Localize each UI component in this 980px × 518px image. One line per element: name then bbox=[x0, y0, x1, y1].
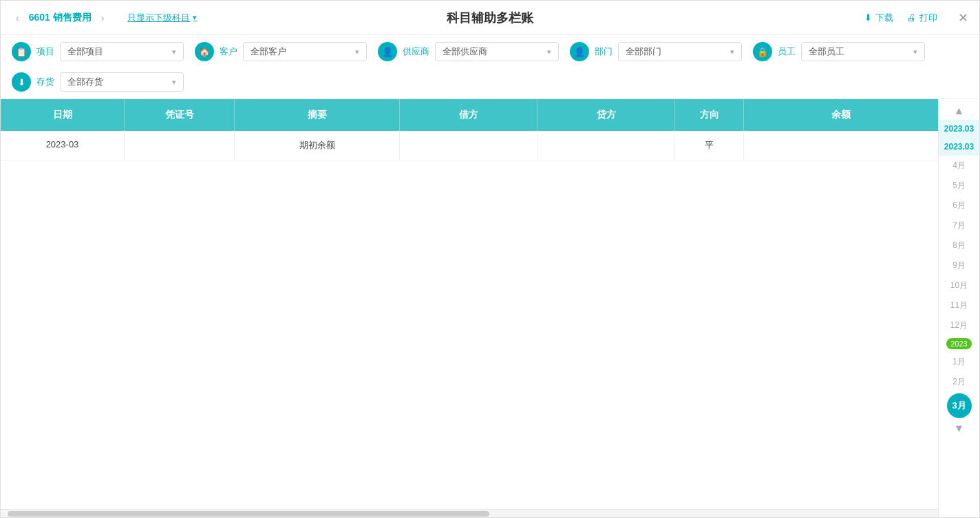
close-button[interactable]: ✕ bbox=[958, 10, 968, 25]
side-timeline: ▲ 2023.03 2023.03 4月 5月 6月 7月 8月 bbox=[938, 99, 979, 517]
filter-group-employee: 🔒 员工 全部员工 ▾ bbox=[753, 42, 925, 61]
cell-summary: 期初余额 bbox=[235, 131, 400, 160]
table-area: 日期 凭证号 摘要 借方 贷方 方向 余额 2023-03 期初余额 平 bbox=[1, 99, 938, 517]
employee-icon: 🔒 bbox=[753, 42, 772, 61]
timeline-item-july[interactable]: 7月 bbox=[939, 216, 979, 236]
timeline-item-2023-03-end[interactable]: 2023.03 bbox=[939, 138, 979, 156]
supplier-icon: 👤 bbox=[378, 42, 397, 61]
title-right: ⬇ 下载 🖨 打印 ✕ bbox=[864, 10, 968, 25]
customer-select[interactable]: 全部客户 ▾ bbox=[243, 42, 367, 61]
filter-group-project: 📋 项目 全部项目 ▾ bbox=[12, 42, 184, 61]
page-title: 科目辅助多栏账 bbox=[447, 10, 533, 26]
timeline-item-august[interactable]: 8月 bbox=[939, 236, 979, 256]
filter-group-department: 👤 部门 全部部门 ▾ bbox=[570, 42, 742, 61]
filter-group-inventory: ⬇ 存货 全部存货 ▾ bbox=[12, 72, 184, 92]
title-left: ‹ 6601 销售费用 › 只显示下级科目 ▾ bbox=[12, 11, 197, 25]
employee-select-arrow: ▾ bbox=[913, 48, 917, 56]
table-header: 日期 凭证号 摘要 借方 贷方 方向 余额 bbox=[1, 99, 938, 131]
filter-bar: 📋 项目 全部项目 ▾ 🏠 客户 全部客户 ▾ 👤 供应商 全部供应商 ▾ bbox=[1, 35, 979, 99]
account-code: 6601 销售费用 bbox=[29, 12, 92, 24]
col-header-date: 日期 bbox=[1, 99, 125, 131]
customer-label: 客户 bbox=[220, 45, 237, 58]
scrollbar-thumb[interactable] bbox=[8, 511, 489, 517]
timeline-year-2023[interactable]: 2023 bbox=[946, 338, 971, 349]
employee-label: 员工 bbox=[778, 45, 796, 58]
col-header-voucher: 凭证号 bbox=[125, 99, 235, 131]
project-icon: 📋 bbox=[12, 42, 31, 61]
cell-direction: 平 bbox=[675, 131, 744, 160]
timeline-item-november[interactable]: 11月 bbox=[939, 296, 979, 315]
timeline-item-february[interactable]: 2月 bbox=[939, 372, 979, 392]
print-icon: 🖨 bbox=[907, 12, 916, 23]
employee-select[interactable]: 全部员工 ▾ bbox=[801, 42, 925, 61]
timeline-item-january[interactable]: 1月 bbox=[939, 352, 979, 372]
print-button[interactable]: 🖨 打印 bbox=[907, 12, 937, 24]
timeline-scroll-up[interactable]: ▲ bbox=[951, 102, 968, 120]
project-label: 项目 bbox=[36, 45, 54, 58]
timeline-scroll-down[interactable]: ▼ bbox=[951, 419, 968, 437]
col-header-balance: 余额 bbox=[744, 99, 938, 131]
main-window: ‹ 6601 销售费用 › 只显示下级科目 ▾ 科目辅助多栏账 ⬇ 下载 🖨 打… bbox=[0, 0, 980, 518]
cell-voucher bbox=[125, 131, 235, 160]
col-header-credit: 贷方 bbox=[537, 99, 675, 131]
horizontal-scrollbar[interactable] bbox=[1, 509, 938, 517]
inventory-icon: ⬇ bbox=[12, 72, 31, 92]
nav-next-button[interactable]: › bbox=[97, 11, 109, 25]
col-header-direction: 方向 bbox=[675, 99, 744, 131]
supplier-select[interactable]: 全部供应商 ▾ bbox=[435, 42, 559, 61]
col-header-summary: 摘要 bbox=[235, 99, 400, 131]
nav-prev-button[interactable]: ‹ bbox=[12, 11, 23, 25]
inventory-select[interactable]: 全部存货 ▾ bbox=[60, 72, 184, 92]
project-select[interactable]: 全部项目 ▾ bbox=[60, 42, 184, 61]
timeline-item-april[interactable]: 4月 bbox=[939, 156, 979, 176]
show-sub-label: 只显示下级科目 bbox=[127, 12, 190, 24]
timeline-item-september[interactable]: 9月 bbox=[939, 256, 979, 276]
filter-group-supplier: 👤 供应商 全部供应商 ▾ bbox=[378, 42, 559, 61]
inventory-label: 存货 bbox=[36, 76, 54, 88]
filter-group-customer: 🏠 客户 全部客户 ▾ bbox=[195, 42, 367, 61]
cell-date: 2023-03 bbox=[1, 131, 125, 160]
table-row[interactable]: 2023-03 期初余额 平 bbox=[1, 131, 938, 160]
timeline-item-june[interactable]: 6月 bbox=[939, 196, 979, 216]
table-body: 2023-03 期初余额 平 bbox=[1, 131, 938, 509]
download-icon: ⬇ bbox=[864, 12, 872, 23]
cell-debit bbox=[400, 131, 537, 160]
department-select-arrow: ▾ bbox=[730, 48, 734, 56]
customer-select-arrow: ▾ bbox=[355, 48, 359, 56]
cell-credit bbox=[537, 131, 675, 160]
timeline-item-march-active[interactable]: 3月 bbox=[947, 393, 972, 418]
supplier-label: 供应商 bbox=[403, 45, 429, 58]
timeline-item-october[interactable]: 10月 bbox=[939, 276, 979, 296]
department-icon: 👤 bbox=[570, 42, 589, 61]
timeline-item-december[interactable]: 12月 bbox=[939, 315, 979, 335]
timeline-item-2023-03-start[interactable]: 2023.03 bbox=[939, 120, 979, 138]
cell-balance bbox=[744, 131, 938, 160]
supplier-select-arrow: ▾ bbox=[547, 48, 551, 56]
title-bar: ‹ 6601 销售费用 › 只显示下级科目 ▾ 科目辅助多栏账 ⬇ 下载 🖨 打… bbox=[1, 1, 979, 35]
timeline-item-may[interactable]: 5月 bbox=[939, 176, 979, 196]
department-label: 部门 bbox=[595, 45, 612, 58]
department-select[interactable]: 全部部门 ▾ bbox=[618, 42, 742, 61]
col-header-debit: 借方 bbox=[400, 99, 537, 131]
project-select-arrow: ▾ bbox=[172, 48, 176, 56]
show-sub-toggle[interactable]: 只显示下级科目 ▾ bbox=[127, 12, 197, 24]
main-content: 日期 凭证号 摘要 借方 贷方 方向 余额 2023-03 期初余额 平 bbox=[1, 99, 979, 517]
download-button[interactable]: ⬇ 下载 bbox=[864, 12, 893, 24]
customer-icon: 🏠 bbox=[195, 42, 214, 61]
show-sub-arrow: ▾ bbox=[193, 13, 197, 22]
inventory-select-arrow: ▾ bbox=[172, 78, 176, 87]
